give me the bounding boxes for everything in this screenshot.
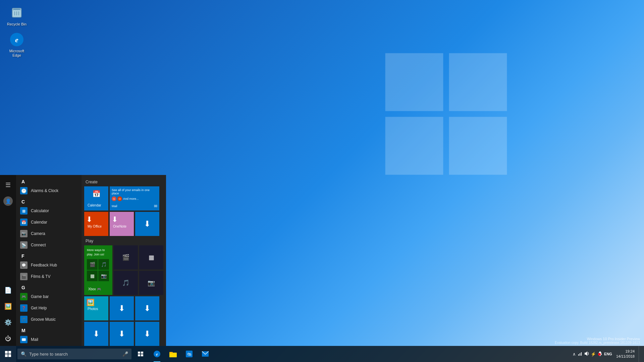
clock-button[interactable]: 19:24 14/11/2018 (613, 349, 637, 359)
alarms-label: Alarms & Clock (31, 188, 58, 193)
mail-taskbar-button[interactable] (197, 346, 213, 362)
download-tile-5[interactable]: ⬇ (110, 322, 134, 346)
svg-rect-27 (578, 354, 579, 356)
app-item-calendar[interactable]: 📅 Calendar (16, 217, 82, 228)
app-item-maps[interactable]: 🗺️ Maps (16, 345, 82, 346)
connect-icon: 📡 (20, 241, 28, 249)
recycle-bin-image (9, 5, 25, 21)
show-hidden-icons-button[interactable]: ∧ (573, 352, 576, 357)
mail-tile[interactable]: See all of your emails in one place G O … (110, 186, 159, 210)
calculator-icon: ▦ (20, 207, 28, 215)
clock-date: 14/11/2018 (616, 354, 635, 359)
camera-tile[interactable]: 📷 (139, 271, 163, 295)
mail-tile-label: Mail (112, 204, 117, 208)
download-tile-2[interactable]: ⬇ (110, 296, 134, 320)
photos-tile[interactable]: 🖼️ Photos (84, 296, 108, 320)
tiles-panel: Create 📅 Calendar See all of your emails… (82, 175, 166, 346)
download-tile-4[interactable]: ⬇ (84, 322, 108, 346)
download-tile-1[interactable]: ⬇ (135, 212, 159, 236)
app-item-gamebar[interactable]: 🎮 Game bar (16, 291, 82, 302)
network-icon[interactable] (577, 351, 583, 357)
calendar-tile[interactable]: 📅 Calendar (84, 186, 108, 210)
app-list[interactable]: A 🕐 Alarms & Clock C ▦ Calculator 📅 Cale… (16, 175, 82, 346)
power-icon[interactable]: ⏻ (1, 331, 15, 346)
app-item-feedback[interactable]: 💬 Feedback Hub (16, 259, 82, 271)
edge-taskbar-button[interactable]: e (149, 346, 165, 362)
download-arrow-5: ⬇ (118, 329, 125, 339)
play-row-2: 🖼️ Photos ⬇ ⬇ (84, 296, 163, 320)
hamburger-menu-icon[interactable]: ☰ (1, 178, 15, 192)
photos-tile-icon: 🖼️ (86, 298, 95, 306)
calendar-label: Calendar (31, 220, 47, 225)
app-item-groove[interactable]: 🎵 Groove Music (16, 314, 82, 325)
feedback-icon: 💬 (20, 261, 28, 269)
groove-icon: 🎵 (20, 316, 28, 323)
download-arrow-1: ⬇ (144, 219, 151, 229)
sound-icon[interactable] (584, 351, 589, 357)
onenote-tile-icon: ⬇ (112, 215, 118, 224)
calc-tile[interactable]: ▦ (139, 245, 163, 269)
svg-text:🛍: 🛍 (187, 352, 192, 357)
search-placeholder-text: Type here to search (29, 352, 120, 357)
groove-tile-icon: 🎵 (122, 279, 129, 287)
start-menu: ☰ 👤 📄 🖼️ ⚙️ ⏻ A 🕐 Alarms & Clock C (0, 175, 166, 346)
settings-icon[interactable]: ⚙️ (1, 315, 15, 330)
show-desktop-button[interactable] (639, 346, 641, 362)
movies-tile[interactable]: 🎬 (114, 245, 138, 269)
xbox-tile[interactable]: More ways toplay. Join us! 🎬 🎵 ▦ 📷 Xbox … (84, 245, 112, 295)
app-item-connect[interactable]: 📡 Connect (16, 239, 82, 251)
user-avatar-icon[interactable]: 👤 (1, 194, 15, 208)
notification-icon[interactable] (597, 351, 603, 357)
download-arrow-6: ⬇ (144, 329, 151, 339)
taskbar: 🔍 Type here to search 🎤 e (0, 346, 644, 362)
clock-time: 19:24 (616, 349, 635, 354)
section-letter-a: A (16, 178, 82, 185)
play-small-tiles-col2: ▦ 📷 (139, 245, 163, 295)
play-row-3: ⬇ ⬇ ⬇ (84, 322, 163, 346)
file-explorer-button[interactable] (165, 346, 181, 362)
documents-icon[interactable]: 📄 (1, 283, 15, 298)
app-item-camera[interactable]: 📷 Camera (16, 228, 82, 239)
start-button[interactable] (0, 346, 16, 362)
search-icon: 🔍 (21, 351, 26, 357)
xbox-tile-games2: ▦ 📷 (87, 270, 109, 281)
connect-label: Connect (31, 243, 46, 247)
download-tile-6[interactable]: ⬇ (135, 322, 159, 346)
store-button[interactable]: 🛍 (181, 346, 197, 362)
svg-rect-1 (449, 53, 507, 111)
svg-rect-15 (8, 354, 11, 357)
os-name: Windows 10 Pro Insider Preview (555, 337, 640, 341)
task-view-button[interactable] (133, 346, 149, 362)
language-indicator[interactable]: ENG (604, 352, 612, 356)
svg-rect-19 (141, 354, 143, 356)
app-item-alarms[interactable]: 🕐 Alarms & Clock (16, 185, 82, 196)
recycle-bin-label: Recycle Bin (7, 22, 26, 26)
app-item-calculator[interactable]: ▦ Calculator (16, 205, 82, 217)
office-tile-icon: ⬇ (86, 215, 92, 224)
svg-rect-6 (13, 9, 20, 10)
myoffice-tile[interactable]: ⬇ My Office (84, 212, 108, 236)
svg-rect-18 (138, 354, 140, 356)
gethelp-label: Get Help (31, 306, 47, 310)
taskbar-apps: e 🛍 (133, 346, 570, 362)
pictures-icon[interactable]: 🖼️ (1, 299, 15, 314)
mail-tile-header: See all of your emails in one place (112, 188, 157, 195)
desktop: Recycle Bin e Microsoft Edge ☰ 👤 📄 🖼️ ⚙️… (0, 0, 644, 362)
svg-rect-28 (580, 353, 580, 356)
microphone-icon[interactable]: 🎤 (122, 351, 128, 357)
onenote-tile[interactable]: ⬇ OneNote (110, 212, 134, 236)
battery-icon[interactable]: ⚡ (591, 352, 596, 357)
app-item-gethelp[interactable]: ❓ Get Help (16, 302, 82, 314)
taskbar-search-box[interactable]: 🔍 Type here to search 🎤 (17, 349, 131, 359)
svg-rect-22 (169, 353, 177, 357)
windows-logo-watermark (382, 50, 510, 179)
create-row-1: 📅 Calendar See all of your emails in one… (84, 186, 163, 210)
download-tile-3[interactable]: ⬇ (135, 296, 159, 320)
svg-rect-2 (385, 117, 443, 175)
edge-desktop-icon[interactable]: e Microsoft Edge (3, 30, 30, 59)
app-item-mail[interactable]: ✉️ Mail (16, 334, 82, 345)
groove-tile[interactable]: 🎵 (114, 271, 138, 295)
gethelp-icon: ❓ (20, 304, 28, 312)
app-item-films[interactable]: 🎬 Films & TV (16, 271, 82, 282)
recycle-bin-icon[interactable]: Recycle Bin (3, 3, 30, 28)
